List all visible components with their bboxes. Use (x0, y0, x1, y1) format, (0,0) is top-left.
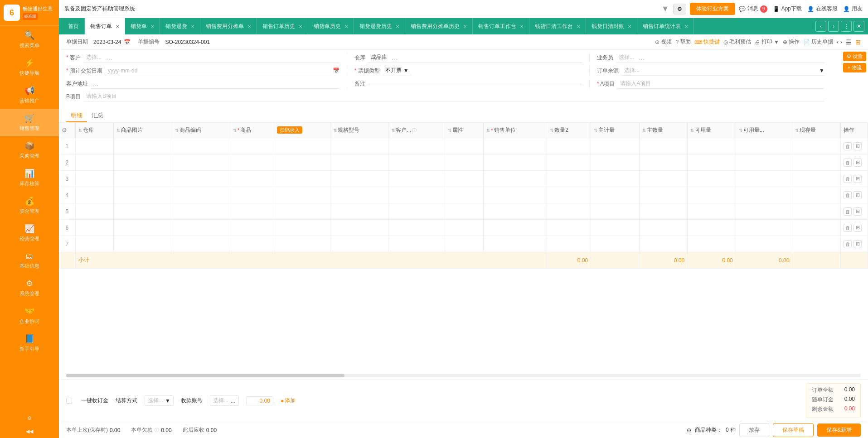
list-view-icon[interactable]: ☰ (846, 39, 852, 46)
b-project-input[interactable]: 请输入B项目 (83, 91, 824, 101)
app-download-btn[interactable]: 📱 App下载 (773, 5, 802, 13)
save-new-btn[interactable]: 保存&新增 (817, 424, 861, 437)
scan-btn[interactable]: 扫码录入 (277, 126, 302, 134)
close-icon[interactable]: ✕ (247, 24, 251, 29)
copy-btn[interactable]: ⊞ (853, 191, 862, 199)
delete-btn[interactable]: 🗑 (844, 142, 852, 150)
salesperson-input-area[interactable]: 选择... … (616, 53, 824, 63)
order-source-input[interactable]: 选择... ▼ (621, 66, 824, 76)
copy-btn[interactable]: ⊞ (853, 142, 862, 150)
settings-btn[interactable]: ⚙ 设置 (843, 52, 866, 61)
user-btn[interactable]: 👤 用友 (843, 5, 863, 13)
discard-btn[interactable]: 放弃 (739, 423, 769, 437)
tab-sales-return-history[interactable]: 销货退货历史 ✕ (354, 18, 405, 34)
row-product[interactable] (230, 138, 274, 154)
tab-detail[interactable]: 明细 (66, 110, 87, 122)
row-main-unit[interactable] (591, 138, 640, 154)
row-main-quantity[interactable] (639, 138, 688, 154)
close-icon[interactable]: ✕ (150, 24, 154, 29)
tab-close-all-btn[interactable]: ✕ (853, 21, 864, 32)
horizontal-scrollbar[interactable] (66, 374, 861, 377)
tab-sales-expense[interactable]: 销售费用分摊单 ✕ (200, 18, 257, 34)
customer-input-area[interactable]: 选择... … (83, 53, 339, 63)
info-icon2[interactable]: ⓘ (155, 427, 159, 433)
close-icon[interactable]: ✕ (684, 24, 688, 29)
help-action[interactable]: ? 帮助 (675, 38, 691, 46)
settlement-select[interactable]: 选择... ▼ (145, 395, 174, 406)
add-btn[interactable]: ● 添加 (281, 397, 296, 404)
delete-btn[interactable]: 🗑 (844, 191, 852, 199)
close-icon[interactable]: ✕ (116, 24, 119, 29)
close-icon[interactable]: ✕ (191, 24, 194, 29)
row-image[interactable] (114, 138, 172, 154)
tab-sales-order[interactable]: 销售订单 ✕ (85, 18, 125, 34)
history-action[interactable]: 📄 历史单据 (803, 38, 833, 46)
sidebar-item-system[interactable]: ⚙ 系统管理 (0, 274, 59, 302)
copy-btn[interactable]: ⊞ (853, 207, 862, 216)
tab-sales-bill-history[interactable]: 销货单历史 ✕ (308, 18, 354, 34)
tab-next-btn[interactable]: › (828, 21, 839, 32)
row-attr[interactable] (445, 138, 484, 154)
close-icon[interactable]: ✕ (344, 24, 348, 29)
topbar-highlight-btn[interactable]: 体验行业方案 (690, 3, 735, 15)
sidebar-item-marketing[interactable]: 📢 营销推广 (0, 81, 59, 109)
sidebar-item-search[interactable]: 🔍 搜索菜单 (0, 26, 59, 53)
view-action[interactable]: ⊙ 视频 (655, 38, 672, 46)
tab-prev-btn[interactable]: ‹ (815, 21, 826, 32)
tab-workbench[interactable]: 销售订单工作台 ✕ (473, 18, 529, 34)
one-click-checkbox[interactable] (66, 398, 72, 404)
copy-btn[interactable]: ⊞ (853, 175, 862, 183)
copy-btn[interactable]: ⊞ (853, 159, 862, 167)
th-gear[interactable]: ⚙ (59, 123, 75, 138)
sidebar-item-sales[interactable]: 🛒 销售管理 (0, 109, 59, 136)
print-action[interactable]: 🖨 打印 ▼ (755, 38, 779, 46)
tab-daily-workbench[interactable]: 钱货日清工作台 ✕ (529, 18, 586, 34)
copy-btn[interactable]: ⊞ (853, 224, 862, 232)
row-sales-unit[interactable] (483, 138, 547, 154)
grid-view-icon[interactable]: ⊞ (855, 39, 861, 46)
sidebar-settings[interactable]: ⚙ (0, 412, 59, 425)
row-product-code[interactable] (172, 138, 230, 154)
row-quantity2[interactable] (547, 138, 591, 154)
profit-action[interactable]: ◎ 毛利预估 (723, 38, 751, 46)
tab-expense-history[interactable]: 销售费用分摊单历史 ✕ (405, 18, 473, 34)
calendar-icon[interactable]: 📅 (124, 39, 131, 45)
close-icon[interactable]: ✕ (577, 24, 580, 29)
address-input[interactable]: … (91, 79, 339, 89)
tab-daily-reconcile[interactable]: 钱货日清对账 ✕ (586, 18, 637, 34)
delivery-input-area[interactable]: yyyy-mm-dd 📅 (105, 67, 339, 75)
close-icon[interactable]: ✕ (520, 24, 524, 29)
tab-summary[interactable]: 汇总 (87, 110, 108, 122)
a-project-input[interactable]: 请输入A项目 (617, 79, 824, 89)
sidebar-item-operations[interactable]: 📈 经营管理 (0, 219, 59, 247)
add-logistics-btn[interactable]: + 物流 (843, 63, 866, 72)
sidebar-item-finance[interactable]: 💰 资金管理 (0, 192, 59, 219)
amount-input[interactable]: 0.00 (246, 396, 273, 405)
tab-home[interactable]: 首页 (63, 18, 85, 34)
sidebar-item-purchase[interactable]: 📦 采购管理 (0, 136, 59, 164)
sidebar-item-guide[interactable]: 📘 新手引导 (0, 329, 59, 357)
close-icon[interactable]: ✕ (299, 24, 302, 29)
sidebar-item-basic[interactable]: 🗂 基础信息 (0, 247, 59, 274)
tab-sales-bill[interactable]: 销货单 ✕ (125, 18, 160, 34)
row-available2[interactable] (736, 138, 792, 154)
row-customer-attr[interactable] (388, 138, 445, 154)
tab-sales-order-history[interactable]: 销售订单历史 ✕ (257, 18, 308, 34)
close-icon[interactable]: ✕ (396, 24, 399, 29)
messages-btn[interactable]: 💬 消息 9 (739, 5, 767, 13)
copy-btn[interactable]: ⊞ (853, 240, 862, 248)
tab-menu-btn[interactable]: ⋮ (841, 21, 852, 32)
save-draft-btn[interactable]: 保存草稿 (773, 423, 814, 437)
operation-action[interactable]: ⊕ 操作 (783, 38, 800, 46)
expand-icon[interactable]: ▼ (661, 4, 669, 14)
shortcut-action[interactable]: ⌨ 快捷键 (694, 38, 720, 46)
row-current-stock[interactable] (792, 138, 841, 154)
sidebar-item-inventory[interactable]: 📊 库存核算 (0, 164, 59, 192)
row-spec[interactable] (330, 138, 388, 154)
sidebar-collapse[interactable]: ◀◀ (0, 425, 59, 438)
close-icon[interactable]: ✕ (628, 24, 631, 29)
scrollbar-thumb[interactable] (66, 374, 344, 377)
delete-btn[interactable]: 🗑 (844, 207, 852, 216)
row-warehouse[interactable] (75, 138, 114, 154)
gear-icon[interactable]: ⚙ (62, 127, 67, 134)
